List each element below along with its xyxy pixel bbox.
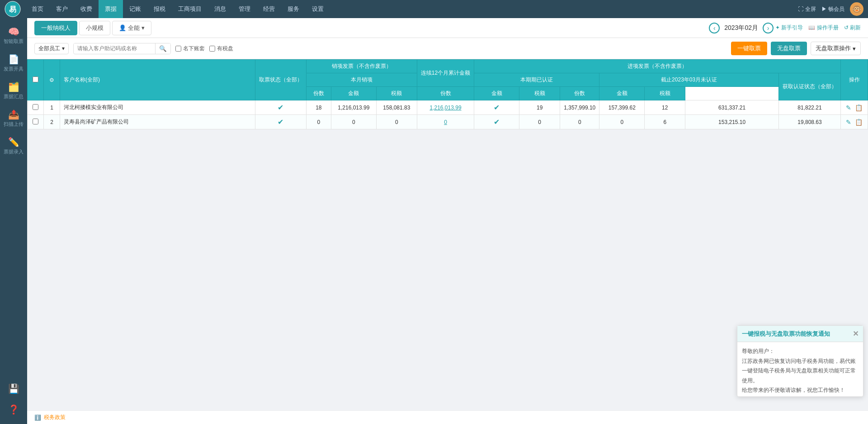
sidebar-item-scan-upload[interactable]: 📤 扫描上传 [0, 105, 27, 131]
no-disc-ops-btn[interactable]: 无盘取票操作 ▾ [811, 42, 861, 55]
row2-un-amount: 153,215.10 [685, 115, 779, 129]
row1-p-num: 19 [519, 100, 560, 115]
tax-policy-link[interactable]: 税务政策 [44, 414, 66, 421]
notif-greeting: 尊敬的用户： [742, 347, 859, 357]
row2-un-tax: 19,808.63 [779, 115, 841, 129]
sidebar-item-invoice-issue[interactable]: 📄 发票开具 [0, 50, 27, 76]
sidebar-item-smart-ticket[interactable]: 🧠 智能取票 [0, 23, 27, 48]
sidebar-item-download[interactable]: 💾 [0, 380, 27, 399]
row2-checkbox[interactable] [28, 115, 44, 129]
sidebar-label-smart-ticket: 智能取票 [4, 38, 24, 45]
row1-cert-status: ✔ [474, 100, 519, 115]
smart-ticket-icon: 🧠 [8, 26, 19, 37]
notification-close-btn[interactable]: ✕ [853, 329, 859, 338]
row2-p-tax: 0 [599, 115, 645, 129]
row1-checkbox[interactable] [28, 100, 44, 115]
th-recognized: 本期期已认证 [474, 73, 599, 87]
row1-edit-btn[interactable]: ✎ [846, 104, 851, 111]
vip-btn[interactable]: ▶ 畅会员 [821, 5, 844, 13]
nav-invoice[interactable]: 票据 [99, 0, 123, 18]
row1-un-num: 12 [645, 100, 685, 115]
row2-edit-btn[interactable]: ✎ [846, 119, 851, 126]
row2-actions: ✎ 📋 [841, 115, 868, 129]
manual-btn[interactable]: 📖 操作手册 [808, 24, 838, 32]
row2-cumul[interactable]: 0 [417, 115, 474, 129]
row2-no: 2 [44, 115, 60, 129]
main-table: ⚙ 客户名称(全部) 取票状态（全部） 销项发票（不含作废票） 连续12个月累计… [27, 59, 868, 129]
th-checkbox [28, 60, 44, 100]
row1-p-tax: 157,399.62 [599, 100, 645, 115]
search-button[interactable]: 🔍 [155, 43, 170, 54]
nav-fee[interactable]: 收费 [74, 0, 99, 18]
one-key-take-btn[interactable]: 一键取票 [731, 42, 767, 55]
search-input[interactable] [74, 43, 155, 53]
invoice-issue-icon: 📄 [8, 54, 19, 65]
sidebar-label-ticket-entry: 票据录入 [4, 148, 24, 155]
row1-s-tax: 158,081.83 [376, 100, 417, 115]
tab-small-scale[interactable]: 小规模 [79, 21, 110, 35]
th-s-tax: 税额 [376, 87, 417, 100]
nav-operate[interactable]: 经营 [257, 0, 281, 18]
row1-detail-btn[interactable]: 📋 [855, 104, 863, 111]
nav-message[interactable]: 消息 [208, 0, 232, 18]
sidebar-label-ticket-summary: 票据汇总 [4, 93, 24, 100]
info-icon: ℹ️ [34, 414, 41, 421]
nav-settings[interactable]: 设置 [306, 0, 330, 18]
refresh-btn[interactable]: ↺ 刷新 [844, 24, 861, 32]
taxdisc-label: 有税盘 [217, 45, 233, 52]
th-name: 客户名称(全部) [60, 60, 255, 100]
row2-s-tax: 0 [376, 115, 417, 129]
account-label: 名下账套 [183, 45, 205, 52]
no-disc-take-btn[interactable]: 无盘取票 [771, 42, 807, 55]
chevron-down-icon: ▾ [62, 45, 65, 52]
th-cert-status: 获取认证状态（全部） [779, 73, 841, 100]
next-month-btn[interactable]: › [763, 23, 774, 33]
ticket-entry-icon: ✏️ [8, 137, 19, 148]
tab-general-taxpayer[interactable]: 一般纳税人 [34, 21, 77, 35]
th-un-amount: 金额 [599, 87, 645, 100]
sidebar-item-ticket-summary[interactable]: 🗂️ 票据汇总 [0, 78, 27, 104]
account-checkbox[interactable] [175, 46, 181, 52]
notification-scroll[interactable]: 尊敬的用户： 江苏政务网已恢复访问电子税务局功能，易代账一键登陆电子税务局与无盘… [737, 342, 863, 396]
row1-s-amount: 1,216,013.99 [331, 100, 376, 115]
tab-bar: 一般纳税人 小规模 👤 全能 ▾ ‹ 2023年02月 › ✦ 新手引导 📖 操… [27, 18, 868, 38]
scan-upload-icon: 📤 [8, 109, 19, 120]
svg-text:易: 易 [9, 5, 16, 13]
notif-content: 江苏政务网已恢复访问电子税务局功能，易代账一键登陆电子税务局与无盘取票相关功能可… [742, 357, 859, 386]
top-nav: 易 首页 客户 收费 票据 记账 报税 工商项目 消息 管理 经营 服务 设置 … [0, 0, 868, 18]
th-this-period-sales: 本月销项 [306, 73, 417, 87]
notif-date: 2023年3月20日 [742, 395, 859, 396]
prev-month-btn[interactable]: ‹ [709, 23, 720, 33]
th-un-num: 份数 [560, 87, 599, 100]
tab-all[interactable]: 👤 全能 ▾ [112, 21, 151, 35]
row1-un-amount: 631,337.21 [685, 100, 779, 115]
nav-customer[interactable]: 客户 [50, 0, 74, 18]
nav-manage[interactable]: 管理 [232, 0, 257, 18]
nav-tax[interactable]: 报税 [147, 0, 172, 18]
employee-select[interactable]: 全部员工 ▾ [34, 43, 69, 54]
row2-p-num: 0 [519, 115, 560, 129]
avatar[interactable]: 🐵 [850, 2, 863, 16]
nav-bookkeep[interactable]: 记账 [123, 0, 147, 18]
th-unrecognized: 截止2023年03月未认证 [599, 73, 779, 87]
row1-cumul[interactable]: 1,216,013.99 [417, 100, 474, 115]
search-box: 🔍 [73, 43, 171, 54]
notification-popup: 一键报税与无盘取票功能恢复通知 ✕ 尊敬的用户： 江苏政务网已恢复访问电子税务局… [737, 325, 863, 397]
new-guide-btn[interactable]: ✦ 新手引导 [775, 24, 803, 32]
row2-detail-btn[interactable]: 📋 [855, 119, 863, 126]
sidebar-item-ticket-entry[interactable]: ✏️ 票据录入 [0, 133, 27, 159]
fullscreen-btn[interactable]: ⛶ 全屏 [798, 5, 816, 13]
th-purchase-group: 进项发票（不含作废票） [474, 60, 841, 73]
sidebar: 🧠 智能取票 📄 发票开具 🗂️ 票据汇总 📤 扫描上传 ✏️ 票据录入 💾 ❓ [0, 18, 27, 424]
dropdown-icon: ▾ [142, 24, 145, 31]
nav-business[interactable]: 工商项目 [172, 0, 208, 18]
checkbox-taxdisc: 有税盘 [209, 45, 233, 52]
select-all-checkbox[interactable] [33, 76, 38, 82]
nav-service[interactable]: 服务 [281, 0, 306, 18]
tab-right-actions: ✦ 新手引导 📖 操作手册 ↺ 刷新 [775, 24, 861, 32]
th-cumul: 连续12个月累计金额 [417, 60, 474, 87]
taxdisc-checkbox[interactable] [209, 46, 215, 52]
sidebar-item-help[interactable]: ❓ [0, 400, 27, 419]
nav-home[interactable]: 首页 [25, 0, 50, 18]
filter-bar: 全部员工 ▾ 🔍 名下账套 有税盘 一键取票 无盘取票 无盘取票操作 ▾ [27, 38, 868, 59]
